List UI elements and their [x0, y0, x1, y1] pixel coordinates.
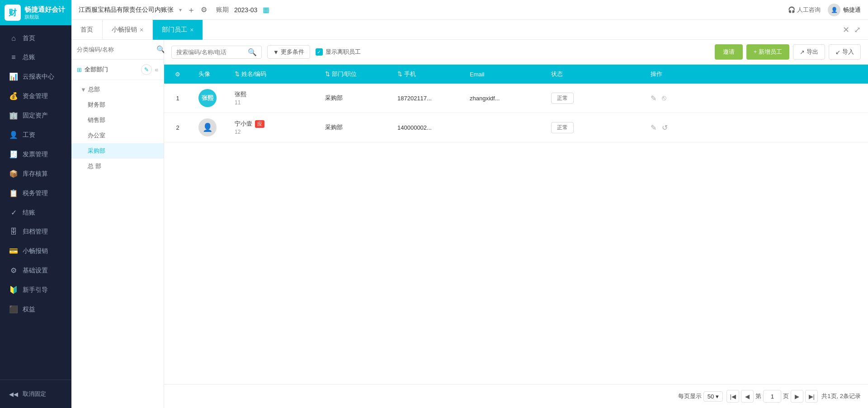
sidebar-item-reports[interactable]: 📊 云报表中心 — [0, 67, 71, 86]
sidebar-item-close[interactable]: ✓ 结账 — [0, 203, 71, 222]
tree-collapse-icon[interactable]: « — [155, 66, 158, 73]
row1-edit-icon[interactable]: ✎ — [651, 94, 656, 103]
tab-home-label: 首页 — [80, 26, 93, 34]
first-page-button[interactable]: |◀ — [726, 390, 739, 403]
sidebar-item-label: 总账 — [23, 53, 35, 61]
sidebar-item-expense[interactable]: 💳 小畅报销 — [0, 241, 71, 261]
page-unit: 页 — [783, 392, 789, 400]
unpin-button[interactable]: ◀◀ 取消固定 — [0, 385, 71, 403]
tree-search-input[interactable] — [77, 46, 153, 53]
tree-node-sales[interactable]: 销售部 — [71, 113, 164, 128]
tree-node-sales-label: 销售部 — [88, 116, 105, 124]
sidebar-item-archive[interactable]: 🗄 归档管理 — [0, 222, 71, 241]
tab-department[interactable]: 部门员工 × — [153, 20, 203, 40]
table-header-row: ⚙ 头像 ⇅ 姓名/编码 ⇅ 部门/职位 ⇅ 手机 Email — [164, 65, 868, 84]
employee-search-input[interactable] — [176, 49, 245, 56]
invite-button[interactable]: 邀请 — [715, 44, 743, 60]
tree-edit-icon[interactable]: ✎ — [141, 64, 152, 75]
sidebar-item-funds[interactable]: 💰 资金管理 — [0, 86, 71, 106]
row2-badge: 应 — [255, 120, 264, 128]
tree-node-general[interactable]: 总 部 — [71, 159, 164, 174]
tree-node-finance[interactable]: 财务部 — [71, 97, 164, 113]
show-resigned-label: 显示离职员工 — [326, 48, 361, 56]
show-resigned-checkbox[interactable]: ✓ — [316, 48, 323, 56]
service-button[interactable]: 🎧 人工咨询 — [788, 6, 821, 14]
company-name: 江西服宝精品有限责任公司内账张 — [79, 6, 174, 14]
search-icon[interactable]: 🔍 — [248, 48, 257, 56]
import-button[interactable]: ↙ 导入 — [829, 44, 861, 60]
sidebar-item-settings[interactable]: ⚙ 基础设置 — [0, 261, 71, 280]
tab-expand-icon[interactable]: ⤢ — [854, 25, 861, 35]
add-account-button[interactable]: ＋ — [187, 5, 195, 15]
sidebar-item-label: 首页 — [23, 34, 35, 42]
row2-email — [462, 113, 544, 142]
row2-dept: 采购部 — [318, 113, 390, 142]
tree-node-office[interactable]: 办公室 — [71, 128, 164, 143]
sidebar-item-guide[interactable]: 🔰 新手引导 — [0, 280, 71, 300]
data-table: ⚙ 头像 ⇅ 姓名/编码 ⇅ 部门/职位 ⇅ 手机 Email — [164, 65, 868, 384]
row1-name: 张熙 — [235, 90, 246, 98]
tab-home[interactable]: 首页 — [71, 20, 103, 40]
col-dept[interactable]: ⇅ 部门/职位 — [318, 65, 390, 84]
tree-node-purchase[interactable]: 采购部 — [71, 143, 164, 159]
sidebar-item-assets[interactable]: 🏢 固定资产 — [0, 106, 71, 125]
sidebar-item-tax[interactable]: 📋 税务管理 — [0, 183, 71, 203]
row1-actions: ✎ ⎋ — [643, 84, 868, 113]
export-label: 导出 — [807, 48, 818, 56]
sidebar-item-invoice[interactable]: 🧾 发票管理 — [0, 145, 71, 164]
row2-status-badge: 正常 — [551, 122, 574, 133]
page-size-dropdown[interactable]: 50 ▾ — [703, 391, 723, 402]
col-settings[interactable]: ⚙ — [164, 65, 191, 84]
row2-index: 2 — [164, 113, 191, 142]
sidebar-item-home[interactable]: ⌂ 首页 — [0, 29, 71, 48]
invoice-icon: 🧾 — [9, 150, 18, 159]
sidebar-item-salary[interactable]: 👤 工资 — [0, 125, 71, 145]
col-status: 状态 — [544, 65, 643, 84]
topbar-right: 🎧 人工咨询 👤 畅捷通 — [788, 4, 861, 16]
next-page-button[interactable]: ▶ — [791, 390, 803, 403]
user-menu[interactable]: 👤 畅捷通 — [828, 4, 861, 16]
tab-expense-close-icon[interactable]: × — [140, 27, 143, 33]
page-label: 第 — [755, 392, 761, 400]
reports-icon: 📊 — [9, 72, 18, 81]
row1-logout-icon[interactable]: ⎋ — [662, 94, 666, 102]
page-input[interactable] — [763, 390, 781, 403]
tree-node-hq[interactable]: ▼ 总部 — [71, 82, 164, 97]
tab-expense[interactable]: 小畅报销 × — [103, 20, 153, 40]
sidebar-nav: ⌂ 首页 ≡ 总账 📊 云报表中心 💰 资金管理 🏢 固定资产 👤 工资 🧾 发… — [0, 25, 71, 380]
tab-department-close-icon[interactable]: × — [190, 27, 193, 33]
sidebar-item-more[interactable]: ⬛ 权益 — [0, 300, 71, 319]
logo-text-wrapper: 畅捷通好会计 旗舰版 — [24, 5, 65, 20]
page-size-value: 50 — [708, 393, 714, 400]
col-name[interactable]: ⇅ 姓名/编码 — [227, 65, 318, 84]
filter-button[interactable]: ▼ 更多条件 — [267, 45, 310, 59]
tree-root-text: 全部部门 — [85, 66, 108, 74]
row2-edit-icon[interactable]: ✎ — [651, 123, 656, 132]
calendar-icon[interactable]: ▦ — [263, 5, 269, 14]
tab-close-window-icon[interactable]: ✕ — [843, 25, 849, 35]
company-dropdown-icon[interactable]: ▾ — [179, 7, 182, 13]
row1-email: zhangxidf... — [462, 84, 544, 113]
prev-page-button[interactable]: ◀ — [741, 390, 754, 403]
tree-node-finance-label: 财务部 — [88, 101, 105, 109]
export-button[interactable]: ↗ 导出 — [793, 44, 825, 60]
salary-icon: 👤 — [9, 131, 18, 139]
settings-gear-icon[interactable]: ⚙ — [201, 5, 207, 14]
sidebar-item-ledger[interactable]: ≡ 总账 — [0, 48, 71, 67]
add-employee-button[interactable]: + 新增员工 — [746, 44, 789, 60]
show-resigned-wrapper[interactable]: ✓ 显示离职员工 — [316, 48, 361, 56]
row2-delete-icon[interactable]: ↺ — [662, 123, 668, 132]
funds-icon: 💰 — [9, 92, 18, 100]
tree-items: ▼ 总部 财务部 销售部 办公室 采购部 总 部 — [71, 80, 164, 408]
page-navigation: |◀ ◀ 第 页 ▶ ▶| — [726, 390, 818, 403]
table-toolbar: 🔍 ▼ 更多条件 ✓ 显示离职员工 邀请 + 新增员工 ↗ 导出 — [164, 40, 868, 65]
close-period-icon: ✓ — [9, 208, 18, 217]
col-phone[interactable]: ⇅ 手机 — [390, 65, 462, 84]
sidebar-item-inventory[interactable]: 📦 库存核算 — [0, 164, 71, 183]
user-name: 畅捷通 — [843, 6, 861, 14]
row1-name-cell: 张熙 11 — [227, 84, 318, 113]
last-page-button[interactable]: ▶| — [805, 390, 818, 403]
tree-header-actions: ✎ « — [141, 64, 158, 75]
tree-root-label[interactable]: ⊞ 全部部门 — [77, 66, 108, 74]
toolbar-right: 邀请 + 新增员工 ↗ 导出 ↙ 导入 — [715, 44, 861, 60]
